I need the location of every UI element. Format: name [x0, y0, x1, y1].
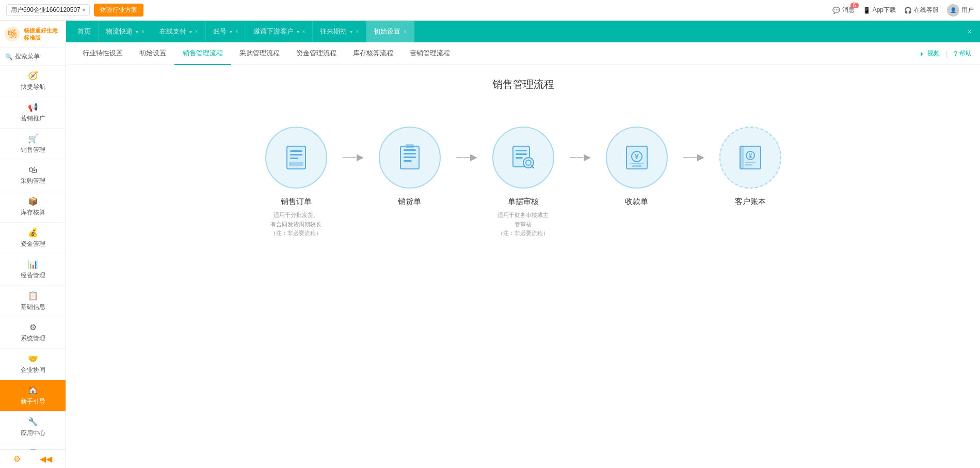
svg-rect-14: [516, 150, 527, 151]
svg-rect-15: [516, 153, 527, 155]
sub-tab-label: 行业特性设置: [83, 49, 123, 58]
flow-circle-delivery: [379, 127, 441, 189]
sub-tab-label: 资金管理流程: [296, 49, 336, 58]
sub-tab-purchase-flow[interactable]: 采购管理流程: [231, 42, 288, 65]
step-desc: 适用于分批发货、有合同发货周期较长（注：非必要流程）: [270, 211, 322, 238]
sales-icon: 🛒: [28, 134, 38, 144]
tab-account[interactable]: 账号 ▾ ×: [206, 21, 246, 42]
tab-invite[interactable]: 邀请下游客户 ▾ ×: [246, 21, 313, 42]
sidebar-item-basic-info[interactable]: 📋 基础信息: [0, 286, 66, 317]
app-download-icon: 📱: [863, 7, 871, 14]
sidebar-item-enterprise-wechat[interactable]: 💬 企业微信: [0, 443, 66, 449]
sidebar-footer: ⚙ ◀◀: [0, 449, 66, 468]
user-label: 用户690企业1660120507: [11, 6, 81, 14]
sidebar-item-finance[interactable]: 💰 资金管理: [0, 223, 66, 254]
user-item[interactable]: 👤 用户: [947, 4, 974, 17]
flow-step-receipt[interactable]: ¥ 收款单: [596, 127, 678, 211]
sidebar-item-newbie[interactable]: 🏠 新手引导: [0, 380, 66, 412]
online-service-label: 在线客服: [914, 6, 939, 14]
sub-tabs-right: ⏵ 视频 | ? 帮助: [919, 49, 972, 58]
svg-rect-6: [289, 162, 303, 166]
top-header: 用户690企业1660120507 ▾ 体验行业方案 💬 消息 6 📱 App下…: [0, 0, 980, 21]
sidebar-item-label: 销售管理: [21, 146, 45, 154]
system-icon: ⚙: [29, 322, 37, 332]
svg-text:¥: ¥: [748, 152, 752, 160]
sub-tab-sales-flow[interactable]: 销售管理流程: [174, 42, 231, 65]
app-download-item[interactable]: 📱 App下载: [863, 6, 896, 14]
sidebar-item-inventory[interactable]: 📦 库存核算: [0, 191, 66, 223]
sidebar-item-label: 资金管理: [21, 240, 45, 248]
avatar: 👤: [947, 4, 959, 17]
tab-logistics[interactable]: 物流快递 ▾ ×: [99, 21, 152, 42]
sidebar-item-label: 应用中心: [21, 429, 45, 438]
sidebar-item-label: 采购管理: [21, 177, 45, 185]
sidebar-item-marketing[interactable]: 📢 营销推广: [0, 97, 66, 129]
help-link[interactable]: ? 帮助: [954, 49, 972, 58]
close-icon[interactable]: ×: [302, 29, 306, 35]
sidebar: 畅 畅捷通好生意 标准版 🔍 搜索菜单 🧭 快捷导航 📢 营销推广 🛒 销售管理: [0, 21, 66, 468]
close-icon[interactable]: ×: [235, 29, 238, 35]
trial-button[interactable]: 体验行业方案: [94, 4, 143, 17]
svg-rect-5: [290, 158, 298, 159]
logo-text: 畅捷通好生意 标准版: [24, 27, 58, 42]
flow-circle-sales-order: [265, 127, 327, 189]
page-title: 销售管理流程: [78, 77, 968, 91]
user-selector[interactable]: 用户690企业1660120507 ▾: [6, 4, 90, 16]
chevron-down-icon: ▾: [83, 7, 85, 13]
sub-tab-finance-flow[interactable]: 资金管理流程: [288, 42, 345, 65]
close-icon[interactable]: ×: [141, 29, 144, 35]
close-all-button[interactable]: ×: [963, 27, 976, 36]
sidebar-item-label: 系统管理: [21, 334, 45, 343]
svg-rect-23: [630, 163, 644, 164]
tab-period-init[interactable]: 往来期初 ▾ ×: [313, 21, 366, 42]
svg-line-19: [532, 166, 534, 168]
sidebar-item-quick-nav[interactable]: 🧭 快捷导航: [0, 66, 66, 97]
sidebar-item-purchase[interactable]: 🛍 采购管理: [0, 160, 66, 191]
delivery-icon: [395, 143, 424, 172]
sidebar-item-enterprise-coop[interactable]: 🤝 企业协同: [0, 349, 66, 380]
purchase-icon: 🛍: [29, 165, 37, 175]
flow-step-review[interactable]: 单据审核 适用于财务审核或主管审核（注：非必要流程）: [482, 127, 565, 238]
sub-tab-initial[interactable]: 初始设置: [131, 42, 174, 65]
svg-rect-12: [406, 144, 414, 148]
flow-step-delivery[interactable]: 销货单: [368, 127, 451, 211]
sidebar-item-label: 库存核算: [21, 208, 45, 217]
flow-step-ledger[interactable]: ¥ 客户账本: [709, 127, 792, 211]
sidebar-item-system[interactable]: ⚙ 系统管理: [0, 317, 66, 349]
sidebar-item-label: 快捷导航: [21, 83, 45, 91]
tab-label: 在线支付: [159, 27, 186, 36]
svg-rect-30: [745, 164, 752, 166]
sidebar-item-app-center[interactable]: 🔧 应用中心: [0, 412, 66, 443]
settings-icon[interactable]: ⚙: [13, 454, 21, 464]
tab-label: 物流快递: [106, 27, 133, 36]
step-name: 单据审核: [508, 197, 539, 207]
sidebar-item-operation[interactable]: 📊 经营管理: [0, 254, 66, 286]
message-item[interactable]: 💬 消息 6: [832, 6, 855, 14]
help-icon: ?: [954, 50, 957, 57]
tab-payment[interactable]: 在线支付 ▾ ×: [152, 21, 206, 42]
finance-icon: 💰: [28, 228, 38, 238]
tab-label: 首页: [77, 27, 91, 36]
tab-home[interactable]: 首页: [70, 21, 99, 42]
arrow-2: ─ ─ ▶: [451, 127, 482, 163]
close-icon[interactable]: ×: [356, 29, 359, 35]
video-link[interactable]: ⏵ 视频: [919, 49, 940, 58]
sidebar-search[interactable]: 🔍 搜索菜单: [0, 48, 66, 66]
close-icon[interactable]: ×: [195, 29, 198, 35]
flow-step-sales-order[interactable]: 销售订单 适用于分批发货、有合同发货周期较长（注：非必要流程）: [255, 127, 338, 238]
sub-tabs: 行业特性设置 初始设置 销售管理流程 采购管理流程 资金管理流程 库存核算流程 …: [66, 42, 980, 65]
collapse-icon[interactable]: ◀◀: [40, 454, 52, 464]
close-icon[interactable]: ×: [404, 29, 407, 35]
tab-initial-setup[interactable]: 初始设置 ×: [366, 21, 414, 42]
sub-tab-industry[interactable]: 行业特性设置: [74, 42, 131, 65]
svg-rect-11: [404, 160, 412, 162]
enterprise-coop-icon: 🤝: [28, 354, 38, 364]
online-service-item[interactable]: 🎧 在线客服: [904, 6, 939, 14]
sub-tab-inventory-calc[interactable]: 库存核算流程: [345, 42, 401, 65]
sidebar-item-label: 企业协同: [21, 366, 45, 375]
dropdown-icon: ▾: [297, 29, 299, 35]
app-download-label: App下载: [873, 6, 896, 14]
dropdown-icon: ▾: [136, 29, 138, 35]
sidebar-item-sales[interactable]: 🛒 销售管理: [0, 129, 66, 160]
sub-tab-marketing-flow[interactable]: 营销管理流程: [401, 42, 458, 65]
